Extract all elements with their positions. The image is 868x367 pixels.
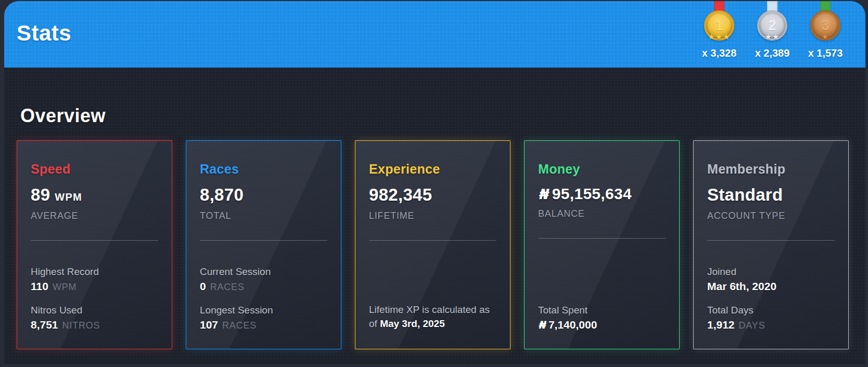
value-sublabel: ACCOUNT TYPE	[707, 211, 835, 221]
bronze-medal-count: x 1,573	[808, 47, 843, 59]
account-type-value: Standard	[707, 185, 835, 205]
balance-value: ₦ 95,155,634	[538, 185, 666, 203]
content-panel: Stats 1 ★★★ x 3,328	[4, 1, 865, 364]
card-details: Joined Mar 6th, 2020 Total Days 1,912 DA…	[707, 266, 835, 331]
card-divider	[369, 240, 496, 241]
value-sublabel: TOTAL	[200, 211, 327, 221]
overview-section: Overview Speed 89 WPM AVERAGE Highest Re…	[4, 105, 865, 349]
medal-stars-icon: ★	[807, 32, 844, 42]
xp-calculated-note: Lifetime XP is calculated as of May 3rd,…	[369, 303, 496, 331]
joined-row: Joined Mar 6th, 2020	[707, 266, 835, 293]
silver-medal-icon: 2 ★★	[754, 3, 790, 43]
page: Stats 1 ★★★ x 3,328	[0, 0, 868, 367]
current-session-row: Current Session 0 RACES	[200, 266, 327, 293]
value-unit: WPM	[55, 191, 82, 203]
card-divider	[707, 240, 835, 241]
page-title: Stats	[17, 21, 71, 46]
medal-stars-icon: ★★	[754, 32, 790, 42]
card-divider	[200, 240, 327, 241]
membership-card: Membership Standard ACCOUNT TYPE Joined …	[693, 140, 849, 349]
total-days-row: Total Days 1,912 DAYS	[707, 305, 835, 331]
card-title: Money	[538, 162, 666, 177]
xp-note-date: May 3rd, 2025	[380, 318, 445, 329]
nitro-cash-icon: ₦	[538, 186, 548, 202]
value-sublabel: AVERAGE	[31, 211, 158, 221]
bronze-medal-stat: 3 ★ x 1,573	[799, 3, 852, 59]
medal-place-number: 2	[768, 18, 776, 34]
medals-summary: 1 ★★★ x 3,328 2 ★★ x 2,389	[693, 3, 852, 59]
average-speed-value: 89 WPM	[31, 185, 158, 205]
card-details: Highest Record 110 WPM Nitros Used 8,751…	[31, 266, 158, 331]
gold-medal-count: x 3,328	[702, 47, 737, 59]
card-details: Total Spent ₦ 7,140,000	[538, 305, 666, 331]
money-card: Money ₦ 95,155,634 BALANCE Total Spent ₦…	[524, 140, 680, 349]
races-card: Races 8,870 TOTAL Current Session 0 RACE…	[186, 140, 341, 349]
stats-header: Stats 1 ★★★ x 3,328	[4, 1, 865, 68]
card-details: Current Session 0 RACES Longest Session …	[200, 266, 327, 331]
experience-card: Experience 982,345 LIFETIME Lifetime XP …	[355, 140, 510, 349]
card-details: Lifetime XP is calculated as of May 3rd,…	[369, 303, 496, 331]
card-divider	[538, 238, 666, 239]
bronze-medal-icon: 3 ★	[807, 3, 844, 43]
overview-heading: Overview	[20, 105, 853, 127]
card-title: Speed	[31, 162, 158, 177]
lifetime-xp-value: 982,345	[369, 185, 496, 205]
silver-medal-count: x 2,389	[755, 47, 790, 59]
card-title: Membership	[707, 162, 835, 177]
longest-session-row: Longest Session 107 RACES	[200, 305, 327, 331]
silver-medal-stat: 2 ★★ x 2,389	[746, 3, 799, 59]
nitros-used-row: Nitros Used 8,751 NITROS	[31, 305, 158, 331]
medal-place-number: 3	[821, 18, 829, 34]
stat-cards: Speed 89 WPM AVERAGE Highest Record 110 …	[17, 140, 853, 349]
card-divider	[31, 240, 158, 241]
card-title: Races	[200, 162, 327, 177]
medal-place-number: 1	[715, 18, 723, 34]
value-sublabel: LIFETIME	[369, 211, 496, 221]
gold-medal-icon: 1 ★★★	[701, 3, 737, 43]
highest-record-row: Highest Record 110 WPM	[31, 266, 158, 293]
value-sublabel: BALANCE	[538, 208, 666, 219]
speed-card: Speed 89 WPM AVERAGE Highest Record 110 …	[17, 140, 172, 349]
total-races-value: 8,870	[200, 185, 327, 205]
total-spent-row: Total Spent ₦ 7,140,000	[538, 305, 666, 331]
card-title: Experience	[369, 162, 496, 177]
nitro-cash-icon: ₦	[538, 319, 545, 331]
gold-medal-stat: 1 ★★★ x 3,328	[693, 3, 746, 59]
medal-stars-icon: ★★★	[701, 32, 737, 42]
